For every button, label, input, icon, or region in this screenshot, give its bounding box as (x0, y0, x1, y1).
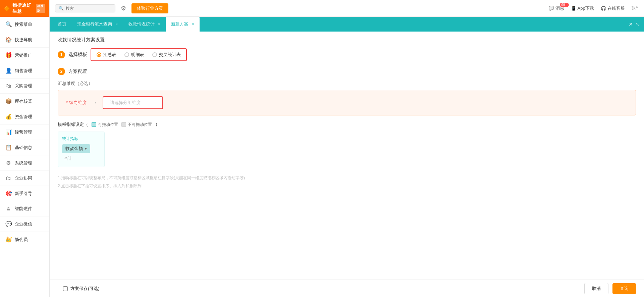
legend-draggable: 可拖动位置 (92, 122, 118, 128)
dimension-row: * 纵向维度 → 请选择分组维度 (66, 96, 628, 109)
content-inner: 收款情况统计方案设置 1 选择模板 汇总表 明细表 (50, 32, 644, 297)
tab-bank-flow[interactable]: 现金银行流水查询 × (72, 17, 123, 32)
indicator-tag-receipt[interactable]: 收款金额 ▾ (62, 144, 90, 153)
username-label: 张** (632, 5, 639, 11)
save-label: 方案保存(可选) (70, 286, 100, 292)
sidebar: 🔶 畅捷通好生意 标准版 🔍 搜索菜单 🏠 快捷导航 🎁 营销推广 👤 销售管理… (0, 0, 50, 297)
sidebar-item-purchase[interactable]: 🛍 采购管理 (0, 79, 49, 94)
sidebar-item-label: 搜索菜单 (15, 21, 32, 28)
sidebar-item-enterprise[interactable]: 🗂 企业协同 (0, 171, 49, 186)
sidebar-item-label: 基础信息 (15, 145, 32, 151)
radio-cross-circle (152, 52, 157, 57)
app-download-link[interactable]: 📱 App下载 (571, 5, 594, 11)
try-industry-button[interactable]: 体验行业方案 (131, 3, 168, 13)
sidebar-item-hardware[interactable]: 🖥 智能硬件 (0, 201, 49, 216)
legend-nondraggable-label: 不可拖动位置 (128, 122, 152, 128)
tab-home[interactable]: 首页 (52, 17, 72, 32)
indicator-label-text: 模板指标设定（ (58, 121, 88, 128)
basic-info-icon: 📋 (5, 144, 11, 151)
save-section: 方案保存(可选) (63, 286, 100, 292)
close-tab-icon[interactable]: ✕ (629, 21, 633, 28)
sidebar-item-sales[interactable]: 👤 销售管理 (0, 63, 49, 79)
sidebar-item-label: 企业协同 (15, 175, 32, 181)
sidebar-logo: 🔶 畅捷通好生意 标准版 (0, 0, 49, 17)
message-icon: 💬 (549, 6, 554, 11)
legend-close-paren: ） (155, 121, 160, 128)
search-menu-icon: 🔍 (5, 21, 11, 28)
config-section: 汇总维度（必选） * 纵向维度 → 请选择分组维度 模板指标设定（ (58, 81, 636, 190)
sidebar-item-label: 新手引导 (15, 191, 32, 197)
radio-summary[interactable]: 汇总表 (97, 52, 116, 58)
header-right: 💬 消息 99+ 📱 App下载 🎧 在线客服 张** (549, 5, 639, 11)
app-icon: 📱 (571, 6, 576, 11)
sidebar-item-finance[interactable]: 💰 资金管理 (0, 109, 49, 125)
marketing-icon: 🎁 (5, 52, 11, 58)
indicator-section: 模板指标设定（ 可拖动位置 不可拖动位置 ） (58, 121, 636, 167)
radio-cross[interactable]: 交叉统计表 (152, 52, 181, 58)
radio-detail-circle (124, 52, 129, 57)
sidebar-item-label: 库存核算 (15, 98, 32, 104)
sidebar-item-guide[interactable]: 🎯 新手引导 (0, 186, 49, 201)
page-title: 收款情况统计方案设置 (58, 37, 636, 43)
tab-bar: 首页 现金银行流水查询 × 收款情况统计 × 新建方案 × ✕ ⤡ (50, 17, 644, 32)
top-header: 🔍 ⚙ 体验行业方案 💬 消息 99+ 📱 App下载 🎧 在线客服 张** (50, 0, 644, 17)
dimension-select[interactable]: 请选择分组维度 (103, 96, 163, 109)
indicator-settings-label: 模板指标设定（ 可拖动位置 不可拖动位置 ） (58, 121, 636, 128)
sidebar-item-marketing[interactable]: 🎁 营销推广 (0, 48, 49, 63)
sidebar-item-wechat[interactable]: 💬 企业微信 (0, 216, 49, 232)
sidebar-item-quick-nav[interactable]: 🏠 快捷导航 (0, 32, 49, 48)
system-icon: ⚙ (5, 160, 11, 166)
sidebar-item-operation[interactable]: 📊 经营管理 (0, 125, 49, 140)
save-checkbox[interactable] (63, 286, 68, 291)
indicator-sub-label: 合计 (62, 154, 100, 163)
radio-detail[interactable]: 明细表 (124, 52, 144, 58)
online-service-link[interactable]: 🎧 在线客服 (601, 5, 625, 11)
search-icon: 🔍 (59, 6, 64, 11)
purchase-icon: 🛍 (5, 83, 11, 89)
query-button[interactable]: 查询 (612, 283, 636, 294)
sidebar-item-label: 畅会员 (15, 237, 28, 243)
dimension-area: * 纵向维度 → 请选择分组维度 (58, 90, 636, 115)
indicator-area: 统计指标 收款金额 ▾ 合计 (58, 132, 105, 167)
sidebar-item-system[interactable]: ⚙ 系统管理 (0, 155, 49, 171)
cancel-button[interactable]: 取消 (584, 283, 608, 294)
sidebar-item-label: 快捷导航 (15, 37, 32, 43)
sidebar-item-member[interactable]: 👑 畅会员 (0, 232, 49, 247)
tab-new-plan-label: 新建方案 (171, 21, 189, 27)
member-icon: 👑 (5, 236, 11, 243)
sidebar-item-label: 经营管理 (15, 129, 32, 135)
tab-receipt-stat-label: 收款情况统计 (128, 21, 155, 27)
sidebar-item-label: 采购管理 (15, 83, 32, 89)
quick-nav-icon: 🏠 (5, 37, 11, 43)
sidebar-item-basic-info[interactable]: 📋 基础信息 (0, 140, 49, 155)
search-input[interactable] (66, 6, 109, 11)
step2-number: 2 (58, 68, 65, 75)
dimension-arrow-icon: → (92, 100, 97, 106)
logo-icon: 🔶 (4, 6, 10, 11)
tab-new-plan-close[interactable]: × (192, 22, 194, 27)
finance-icon: 💰 (5, 113, 11, 120)
expand-tab-icon[interactable]: ⤡ (636, 21, 640, 28)
online-service-label: 在线客服 (607, 5, 625, 11)
message-count-badge: 99+ (560, 3, 569, 7)
tab-receipt-stat[interactable]: 收款情况统计 × (123, 17, 166, 32)
sidebar-item-inventory[interactable]: 📦 库存核算 (0, 94, 49, 109)
tag-dropdown-icon: ▾ (85, 147, 87, 151)
tab-new-plan[interactable]: 新建方案 × (166, 17, 200, 32)
radio-summary-label: 汇总表 (103, 52, 116, 58)
settings-icon[interactable]: ⚙ (121, 5, 126, 12)
sidebar-item-search-menu[interactable]: 🔍 搜索菜单 (0, 17, 49, 32)
indicator-area-label: 统计指标 (62, 136, 100, 142)
main-area: 🔍 ⚙ 体验行业方案 💬 消息 99+ 📱 App下载 🎧 在线客服 张** 首… (50, 0, 644, 297)
guide-icon: 🎯 (5, 190, 11, 197)
step1-title: 选择模板 (68, 52, 87, 58)
indicator-tag-label: 收款金额 (65, 146, 83, 152)
content-area: 收款情况统计方案设置 1 选择模板 汇总表 明细表 (50, 32, 644, 297)
message-button[interactable]: 💬 消息 99+ (549, 5, 564, 11)
tab-bank-flow-close[interactable]: × (115, 22, 118, 27)
search-box[interactable]: 🔍 (55, 4, 115, 12)
tab-receipt-stat-close[interactable]: × (158, 22, 160, 27)
tab-home-label: 首页 (58, 21, 66, 27)
sidebar-item-label: 销售管理 (15, 68, 32, 74)
wechat-icon: 💬 (5, 221, 11, 227)
